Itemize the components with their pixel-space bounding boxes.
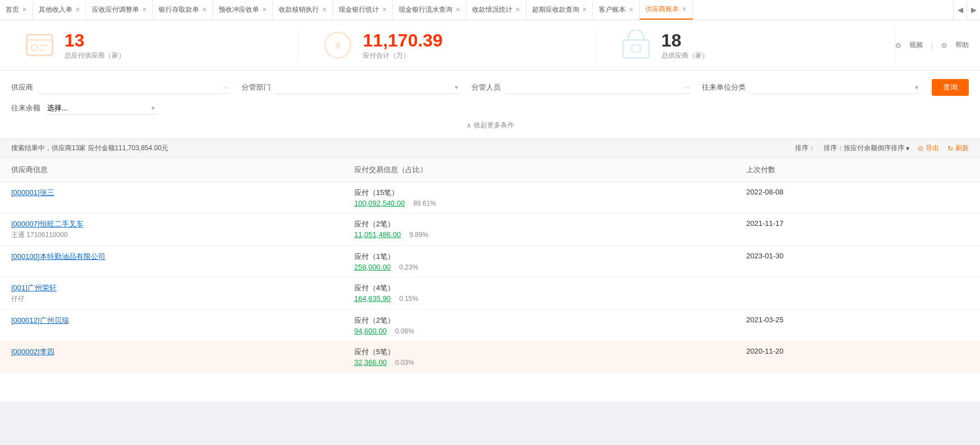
person-input[interactable] [505,81,691,94]
search-row-2: 往来余额 选择... ▾ [11,101,969,115]
transaction-amount[interactable]: 164,635.90 [354,294,391,303]
tab-advance[interactable]: 预收冲应收单 ✕ [213,0,273,20]
svg-point-1 [31,45,37,51]
export-label: 导出 [926,143,939,153]
header-lastpay: 上次付数 [735,158,980,182]
payable-suppliers-count: 13 [64,30,125,51]
transaction-label: 应付（2笔） [354,316,724,326]
transaction-amount[interactable]: 32,366.00 [354,358,387,367]
supplier-link[interactable]: [000012]广州贝瑞 [11,316,69,325]
nav-arrow-left[interactable]: ◀ [953,0,967,20]
tab-receipt-stat-close[interactable]: ✕ [515,6,520,13]
category-select-wrap: ▾ [750,81,921,94]
last-pay-date: 2020-11-20 [735,341,980,373]
tab-bank[interactable]: 银行存取款单 ✕ [153,0,213,20]
payable-total-label: 应付合计（万） [363,51,442,61]
tab-cash-bank-flow-close[interactable]: ✕ [455,6,460,13]
payable-suppliers-icon [22,29,56,62]
sort-text: 排序：按应付余额倒序排序 [824,143,904,153]
payable-suppliers-label: 总应付供应商（家） [64,51,125,61]
tab-supplier-account[interactable]: 供应商账本 ✕ [640,0,693,20]
tab-supplier-account-close[interactable]: ✕ [682,6,687,13]
tab-other-income-close[interactable]: ✕ [75,6,80,13]
tab-other-income-label: 其他收入单 [39,5,72,15]
collapse-button[interactable]: ∧ 收起更多条件 [11,120,969,130]
person-field: 分管人员 ··· [471,81,691,94]
header-transaction: 应付交易信息（占比） [343,158,735,182]
tab-customer-account[interactable]: 客户账本 ✕ [593,0,640,20]
supplier-link[interactable]: [001]广州荣轩 [11,284,57,292]
table-row: [001]广州荣轩仔仔应付（4笔）164,635.900.15% [0,277,980,310]
transaction-amount[interactable]: 11,051,486.00 [354,230,401,239]
transaction-amount[interactable]: 100,092,540.00 [354,199,405,207]
supplier-link[interactable]: [000002]李四 [11,347,54,356]
supplier-link[interactable]: [000100]本特勤油品有限公司 [11,252,105,261]
transaction-label: 应付（4笔） [354,283,724,293]
supplier-table: 供应商信息 应付交易信息（占比） 上次付数 [000001]张三应付（15笔）1… [0,158,980,373]
table-row: [000012]广州贝瑞应付（2笔）94,600.000.08%2021-03-… [0,310,980,341]
tab-adjustment-close[interactable]: ✕ [142,6,147,13]
last-pay-date: 2021-11-17 [735,214,980,246]
video-label[interactable]: 视频 [909,40,923,50]
supplier-input-wrap: ··· [38,81,230,94]
tab-home-close[interactable]: ✕ [22,6,27,13]
tab-adjustment[interactable]: 应收应付调整单 ✕ [86,0,153,20]
sort-chevron-icon: ▾ [906,145,909,152]
tab-receipt-stat[interactable]: 收款情况统计 ✕ [466,0,526,20]
payable-suppliers-content: 13 总应付供应商（家） [64,30,125,61]
supplier-input[interactable] [38,81,230,94]
tab-receipt-stat-label: 收款情况统计 [472,5,512,15]
nav-arrow-right[interactable]: ▶ [967,0,980,20]
supplier-link[interactable]: [000007]恒旺二手叉车 [11,220,84,228]
tab-bank-close[interactable]: ✕ [202,6,207,13]
help-label[interactable]: 帮助 [955,40,969,50]
tab-collection-label: 收款核销执行 [279,5,319,15]
tab-customer-account-close[interactable]: ✕ [628,6,634,13]
refresh-button[interactable]: ↻ 刷新 [947,143,969,153]
tab-advance-label: 预收冲应收单 [219,5,259,15]
tab-customer-account-label: 客户账本 [599,5,626,15]
transaction-amount[interactable]: 258,000.00 [354,263,391,271]
supplier-field: 供应商 ··· [11,81,230,94]
svg-rect-5 [632,45,640,53]
query-button[interactable]: 查询 [932,79,969,96]
supplier-ellipsis-icon: ··· [223,84,229,91]
tab-cash-bank-stat[interactable]: 现金银行统计 ✕ [333,0,393,20]
total-suppliers-content: 18 总供应商（家） [662,30,709,61]
balance-field: 往来余额 选择... ▾ [11,101,157,115]
tab-cash-bank-flow[interactable]: 现金银行流水查询 ✕ [393,0,466,20]
last-pay-date: 2023-01-30 [735,246,980,277]
tab-collection[interactable]: 收款核销执行 ✕ [273,0,333,20]
sort-button[interactable]: 排序：按应付余额倒序排序 ▾ [824,143,909,153]
transaction-percent: 9.89% [409,231,428,239]
export-button[interactable]: ⊙ 导出 [918,143,939,153]
tab-supplier-account-label: 供应商账本 [645,4,679,14]
transaction-percent: 0.15% [399,295,418,303]
transaction-percent: 0.08% [395,327,414,335]
person-label: 分管人员 [471,82,501,92]
tab-cash-bank-stat-label: 现金银行统计 [339,5,379,15]
collapse-label: 收起更多条件 [474,120,514,130]
category-select[interactable] [750,81,921,94]
balance-select[interactable]: 选择... [45,101,157,115]
tab-other-income[interactable]: 其他收入单 ✕ [33,0,86,20]
tab-advance-close[interactable]: ✕ [262,6,267,13]
result-summary: 搜索结果中，供应商13家 应付金额111,703,854.00元 [11,143,168,153]
tab-collection-close[interactable]: ✕ [322,6,327,13]
tab-home[interactable]: 首页 ✕ [0,0,33,20]
person-ellipsis-icon: ··· [683,84,689,91]
top-navigation: 首页 ✕ 其他收入单 ✕ 应收应付调整单 ✕ 银行存取款单 ✕ 预收冲应收单 ✕… [0,0,980,20]
tab-overdue-close[interactable]: ✕ [582,6,587,13]
transaction-label: 应付（2笔） [354,219,724,229]
person-input-wrap: ··· [505,81,691,94]
tab-cash-bank-stat-close[interactable]: ✕ [382,6,387,13]
payable-total-icon: ¥ [321,29,354,62]
table-header: 供应商信息 应付交易信息（占比） 上次付数 [0,158,980,182]
transaction-amount[interactable]: 94,600.00 [354,327,387,335]
tab-overdue[interactable]: 超期应收款查询 ✕ [526,0,593,20]
category-label: 往来单位分类 [702,82,746,92]
department-select[interactable] [275,81,461,94]
refresh-icon: ↻ [947,145,953,152]
department-label: 分管部门 [242,82,271,92]
supplier-link[interactable]: [000001]张三 [11,188,54,197]
